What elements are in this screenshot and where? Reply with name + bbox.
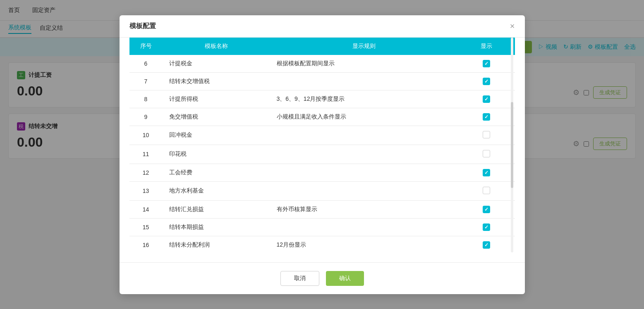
cell-name: 结转未交增值税: [163, 72, 270, 90]
col-header-display: 显示: [458, 38, 515, 55]
cell-name: 结转本期损益: [163, 218, 270, 236]
table-row: 13地方水利基金: [129, 181, 515, 200]
display-checkbox[interactable]: [483, 113, 490, 121]
display-checkbox[interactable]: [483, 241, 490, 249]
col-header-name: 模板名称: [163, 38, 270, 55]
table-row: 14结转汇兑损益有外币核算显示: [129, 200, 515, 218]
cell-display[interactable]: [458, 218, 515, 236]
table-row: 8计提所得税3、6、9、12月按季度显示: [129, 90, 515, 108]
cell-index: 10: [129, 126, 163, 145]
cell-rule: 有外币核算显示: [270, 200, 458, 218]
cancel-button[interactable]: 取消: [280, 271, 319, 286]
cell-name: 免交增值税: [163, 108, 270, 126]
cell-name: 地方水利基金: [163, 181, 270, 200]
cell-name: 计提税金: [163, 55, 270, 73]
scrollbar-track: [511, 38, 513, 252]
cell-index: 12: [129, 164, 163, 181]
cell-index: 16: [129, 236, 163, 252]
table-row: 9免交增值税小规模且满足收入条件显示: [129, 108, 515, 126]
display-checkbox[interactable]: [483, 60, 490, 67]
table-row: 10回冲税金: [129, 126, 515, 145]
display-checkbox[interactable]: [483, 78, 490, 85]
cell-index: 13: [129, 181, 163, 200]
cell-rule: [270, 181, 458, 200]
cell-rule: [270, 72, 458, 90]
template-config-modal: 模板配置 × 序号 模板名称 显示规则 显示 6计提税金根据模板配置期间显: [120, 15, 525, 294]
cell-rule: [270, 126, 458, 145]
cell-name: 印花税: [163, 145, 270, 164]
display-checkbox[interactable]: [483, 150, 490, 157]
cell-name: 结转汇兑损益: [163, 200, 270, 218]
modal-footer: 取消 确认: [120, 262, 525, 294]
cell-index: 7: [129, 72, 163, 90]
cell-display[interactable]: [458, 181, 515, 200]
table-row: 16结转未分配利润12月份显示: [129, 236, 515, 252]
cell-display[interactable]: [458, 72, 515, 90]
display-checkbox[interactable]: [483, 95, 490, 103]
cell-name: 回冲税金: [163, 126, 270, 145]
display-checkbox[interactable]: [483, 169, 490, 176]
table-wrapper: 序号 模板名称 显示规则 显示 6计提税金根据模板配置期间显示7结转未交增值税8…: [129, 38, 515, 252]
cell-index: 9: [129, 108, 163, 126]
cell-rule: 根据模板配置期间显示: [270, 55, 458, 73]
cell-index: 11: [129, 145, 163, 164]
table-header: 序号 模板名称 显示规则 显示: [129, 38, 515, 55]
display-checkbox[interactable]: [483, 206, 490, 213]
cell-rule: [270, 218, 458, 236]
cell-rule: [270, 145, 458, 164]
cell-rule: 12月份显示: [270, 236, 458, 252]
display-checkbox[interactable]: [483, 187, 490, 194]
display-checkbox[interactable]: [483, 223, 490, 231]
cell-index: 14: [129, 200, 163, 218]
cell-name: 结转未分配利润: [163, 236, 270, 252]
scrollbar-thumb: [511, 102, 513, 188]
col-header-rule: 显示规则: [270, 38, 458, 55]
cell-rule: 3、6、9、12月按季度显示: [270, 90, 458, 108]
cell-display[interactable]: [458, 200, 515, 218]
cell-index: 6: [129, 55, 163, 73]
cell-display[interactable]: [458, 108, 515, 126]
col-header-index: 序号: [129, 38, 163, 55]
cell-index: 8: [129, 90, 163, 108]
cell-display[interactable]: [458, 55, 515, 73]
modal-overlay: 模板配置 × 序号 模板名称 显示规则 显示 6计提税金根据模板配置期间显: [0, 0, 644, 309]
display-checkbox[interactable]: [483, 131, 490, 138]
table-row: 15结转本期损益: [129, 218, 515, 236]
table-row: 6计提税金根据模板配置期间显示: [129, 55, 515, 73]
modal-body: 序号 模板名称 显示规则 显示 6计提税金根据模板配置期间显示7结转未交增值税8…: [120, 38, 525, 262]
cell-display[interactable]: [458, 236, 515, 252]
table-row: 11印花税: [129, 145, 515, 164]
cell-display[interactable]: [458, 126, 515, 145]
modal-header: 模板配置 ×: [120, 15, 525, 38]
config-table: 序号 模板名称 显示规则 显示 6计提税金根据模板配置期间显示7结转未交增值税8…: [129, 38, 515, 252]
modal-close-button[interactable]: ×: [510, 22, 515, 30]
cell-index: 15: [129, 218, 163, 236]
table-row: 12工会经费: [129, 164, 515, 181]
cell-display[interactable]: [458, 90, 515, 108]
cell-rule: [270, 164, 458, 181]
cell-name: 计提所得税: [163, 90, 270, 108]
cell-display[interactable]: [458, 145, 515, 164]
modal-title: 模板配置: [129, 22, 156, 31]
cell-display[interactable]: [458, 164, 515, 181]
cell-name: 工会经费: [163, 164, 270, 181]
cell-rule: 小规模且满足收入条件显示: [270, 108, 458, 126]
table-row: 7结转未交增值税: [129, 72, 515, 90]
confirm-button[interactable]: 确认: [326, 271, 364, 286]
table-body: 6计提税金根据模板配置期间显示7结转未交增值税8计提所得税3、6、9、12月按季…: [129, 55, 515, 252]
